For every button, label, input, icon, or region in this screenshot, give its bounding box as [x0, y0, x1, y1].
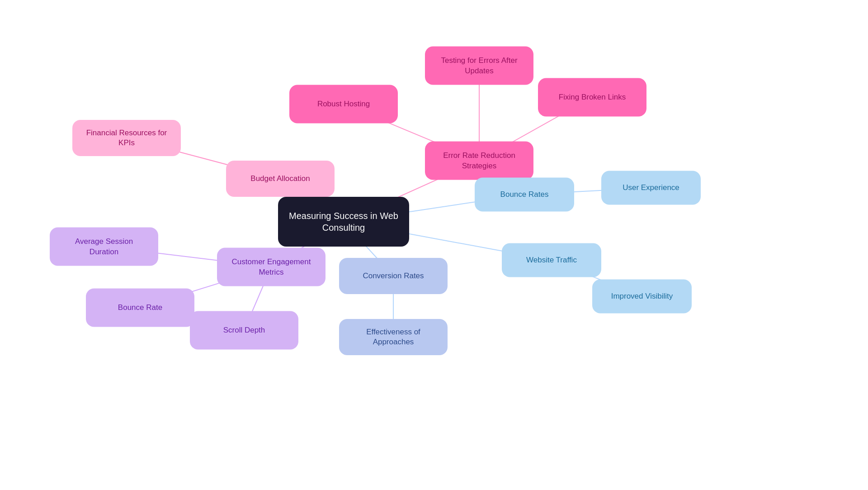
- node-testing[interactable]: Testing for Errors After Updates: [425, 47, 533, 85]
- node-customer_engagement[interactable]: Customer Engagement Metrics: [217, 248, 326, 286]
- node-scroll_depth[interactable]: Scroll Depth: [190, 311, 298, 350]
- node-robust_hosting[interactable]: Robust Hosting: [289, 85, 398, 124]
- node-conversion_rates[interactable]: Conversion Rates: [339, 258, 448, 294]
- node-bounce_rate[interactable]: Bounce Rate: [86, 289, 194, 327]
- node-budget[interactable]: Budget Allocation: [226, 161, 335, 197]
- node-user_experience[interactable]: User Experience: [601, 171, 701, 205]
- node-center[interactable]: Measuring Success in Web Consulting: [278, 197, 409, 247]
- node-financial[interactable]: Financial Resources for KPIs: [72, 120, 181, 156]
- node-bounce_rates[interactable]: Bounce Rates: [475, 178, 574, 212]
- node-average_session[interactable]: Average Session Duration: [50, 228, 158, 266]
- node-fixing[interactable]: Fixing Broken Links: [538, 78, 646, 117]
- node-website_traffic[interactable]: Website Traffic: [502, 243, 601, 277]
- node-effectiveness[interactable]: Effectiveness of Approaches: [339, 319, 448, 355]
- node-improved_visibility[interactable]: Improved Visibility: [592, 280, 692, 314]
- mindmap-container: Measuring Success in Web ConsultingError…: [0, 0, 868, 490]
- node-error_rate[interactable]: Error Rate Reduction Strategies: [425, 142, 533, 180]
